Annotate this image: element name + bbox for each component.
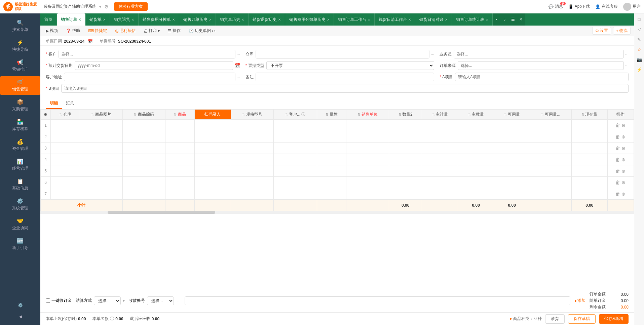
row-1-customer-code[interactable]: [273, 120, 317, 131]
row-7-barcode[interactable]: [194, 188, 231, 200]
th-available2[interactable]: ⇅ 可用量...: [530, 110, 572, 120]
row-3-main-qty[interactable]: [458, 143, 494, 154]
add-item-corner-btn[interactable]: + 物流: [613, 27, 631, 35]
row-3-warehouse[interactable]: [51, 143, 80, 154]
row-1-q2[interactable]: [389, 120, 422, 131]
row-3-product[interactable]: [165, 143, 194, 154]
row-3-barcode[interactable]: [194, 143, 231, 154]
app-download-btn[interactable]: 📱 App下载: [568, 4, 590, 9]
tab-next-btn[interactable]: ›: [501, 13, 509, 26]
sidebar-collapse-btn[interactable]: ◀: [0, 312, 40, 322]
row-3-spec[interactable]: [231, 143, 274, 154]
row-4-delete-icon[interactable]: 🗑: [615, 157, 620, 162]
view-btn[interactable]: ▶ 视频: [44, 27, 60, 34]
row-4-spec[interactable]: [231, 154, 274, 165]
row-4-code[interactable]: [122, 154, 165, 165]
row-5-attr[interactable]: [317, 165, 346, 177]
save-new-btn[interactable]: 保存&新增: [599, 314, 629, 324]
online-service-btn[interactable]: 👤 在线客服: [595, 4, 618, 9]
row-4-warehouse[interactable]: [51, 154, 80, 165]
tab-sales-return-close[interactable]: ✕: [103, 18, 106, 22]
row-1-main-qty[interactable]: [458, 120, 494, 131]
th-main-quantity[interactable]: ⇅ 主数量: [458, 110, 494, 120]
tab-list-btn[interactable]: ☰: [509, 13, 517, 26]
tab-sales-expense-close[interactable]: ✕: [172, 18, 175, 22]
row-6-main-qty[interactable]: [458, 177, 494, 188]
sidebar-item-sales[interactable]: 🛒 销售管理: [0, 76, 40, 95]
sidebar-item-quick-nav[interactable]: ⚡ 快捷导航: [0, 37, 40, 55]
address-dots[interactable]: ···: [237, 75, 240, 79]
tab-cash-workbench-close[interactable]: ✕: [408, 18, 411, 22]
row-7-warehouse[interactable]: [51, 188, 80, 200]
payment-amount-input[interactable]: 0.00: [185, 296, 570, 305]
save-draft-btn[interactable]: 保存草稿: [568, 314, 596, 324]
right-panel-btn-3[interactable]: ✎: [635, 35, 644, 44]
row-1-warehouse[interactable]: [51, 120, 80, 131]
scroll-thumb[interactable]: [108, 211, 215, 214]
order-source-dots[interactable]: ···: [625, 63, 629, 68]
row-7-customer-code[interactable]: [273, 188, 317, 200]
row-4-copy-icon[interactable]: ⊕: [621, 157, 626, 162]
tab-sales-order[interactable]: 销售订单 ✕: [57, 13, 85, 26]
payment-method-select[interactable]: 选择...: [94, 296, 121, 305]
sidebar-item-purchase[interactable]: 📦 采购管理: [0, 96, 40, 115]
right-panel-btn-6[interactable]: ⚡: [635, 65, 644, 74]
row-5-customer-code[interactable]: [273, 165, 317, 177]
tab-sales-stats[interactable]: 销售订单统计表 ✕: [452, 13, 493, 26]
horizontal-scrollbar[interactable]: [40, 211, 634, 214]
sidebar-item-marketing[interactable]: 📢 营销推广: [0, 56, 40, 75]
row-1-spec[interactable]: [231, 120, 274, 131]
add-payment-btn[interactable]: ● 添加: [574, 298, 585, 303]
one-click-checkbox[interactable]: [46, 298, 50, 303]
row-2-spec[interactable]: [231, 131, 274, 143]
row-5-delete-icon[interactable]: 🗑: [615, 168, 620, 174]
b-project-input[interactable]: [61, 84, 629, 93]
row-4-q2[interactable]: [389, 154, 422, 165]
th-spec[interactable]: ⇅ 规格型号: [231, 110, 274, 120]
tab-sales-order-close[interactable]: ✕: [78, 18, 81, 22]
row-3-attr[interactable]: [317, 143, 346, 154]
row-7-main-qty[interactable]: [458, 188, 494, 200]
tab-expense-history[interactable]: 销售费用分摊单历史 ✕: [285, 13, 334, 26]
row-2-customer-code[interactable]: [273, 131, 317, 143]
row-5-unit[interactable]: [346, 165, 389, 177]
history-nav-next[interactable]: ›: [214, 29, 216, 33]
settings-corner-btn[interactable]: ⚙ 设置: [592, 27, 611, 35]
th-product[interactable]: ⇅ 商品: [165, 110, 194, 120]
row-5-main-qty[interactable]: [458, 165, 494, 177]
staff-input[interactable]: [454, 50, 624, 58]
row-2-warehouse[interactable]: [51, 131, 80, 143]
row-6-product[interactable]: [165, 177, 194, 188]
sidebar-item-enterprise[interactable]: 🤝 企业协同: [0, 215, 40, 234]
customer-dots[interactable]: ···: [237, 52, 240, 56]
user-btn[interactable]: 用户: [623, 3, 641, 11]
row-6-q2[interactable]: [389, 177, 422, 188]
calendar-icon[interactable]: 📅: [88, 39, 93, 44]
row-2-product[interactable]: [165, 131, 194, 143]
row-5-code[interactable]: [122, 165, 165, 177]
tab-home[interactable]: 首页: [40, 13, 57, 26]
right-panel-btn-5[interactable]: 📷: [635, 55, 644, 64]
tab-summary[interactable]: 汇总: [62, 99, 78, 109]
sidebar-item-finance[interactable]: 💰 资金管理: [0, 136, 40, 154]
tab-return-history-close[interactable]: ✕: [241, 18, 244, 22]
dropdown-arrow[interactable]: ▼: [98, 4, 102, 9]
order-source-input[interactable]: [458, 61, 624, 70]
row-1-product[interactable]: [165, 120, 194, 131]
tab-expense-history-close[interactable]: ✕: [327, 18, 330, 22]
profit-forecast-btn[interactable]: ◎ 毛利预估: [113, 27, 138, 34]
tab-order-workbench[interactable]: 销售订单工作台 ✕: [334, 13, 375, 26]
row-2-main-qty[interactable]: [458, 131, 494, 143]
delivery-date-input[interactable]: [75, 61, 233, 70]
row-7-spec[interactable]: [231, 188, 274, 200]
row-6-copy-icon[interactable]: ⊕: [621, 180, 626, 185]
sidebar-item-guide[interactable]: 🆕 新手引导: [0, 235, 40, 253]
tab-cash-workbench[interactable]: 钱货日清工作台 ✕: [375, 13, 415, 26]
th-quantity2[interactable]: ⇅ 数量2: [389, 110, 422, 120]
row-5-barcode[interactable]: [194, 165, 231, 177]
row-2-barcode[interactable]: [194, 131, 231, 143]
row-1-unit[interactable]: [346, 120, 389, 131]
row-2-q2[interactable]: [389, 131, 422, 143]
row-6-spec[interactable]: [231, 177, 274, 188]
th-main-unit[interactable]: ⇅ 主计量: [422, 110, 458, 120]
